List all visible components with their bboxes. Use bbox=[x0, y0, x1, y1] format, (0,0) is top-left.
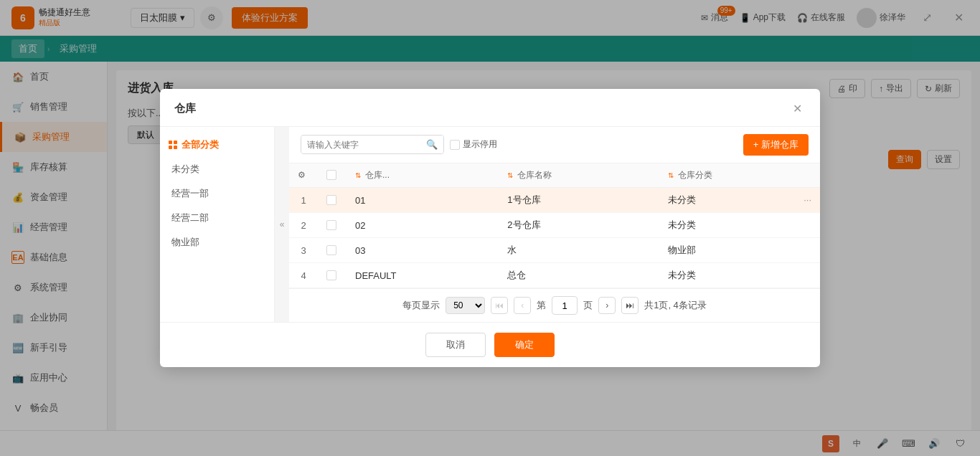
row-name: 2号仓库 bbox=[499, 213, 659, 238]
category-item-dept1[interactable]: 经营一部 bbox=[160, 181, 274, 206]
row-code: 02 bbox=[347, 213, 499, 238]
category-item-property[interactable]: 物业部 bbox=[160, 230, 274, 255]
row-checkbox-cell bbox=[318, 238, 347, 263]
row-category: 未分类 bbox=[659, 263, 820, 288]
row-checkbox[interactable] bbox=[326, 245, 336, 255]
page-number-input[interactable] bbox=[552, 296, 578, 315]
row-name: 总仓 bbox=[499, 263, 659, 288]
confirm-button[interactable]: 确定 bbox=[494, 333, 555, 357]
category-item-dept2[interactable]: 经营二部 bbox=[160, 206, 274, 230]
show-disabled-checkbox[interactable] bbox=[450, 140, 460, 150]
search-input[interactable] bbox=[301, 136, 420, 153]
row-num: 3 bbox=[289, 238, 318, 263]
modal-main: 🔍 显示停用 + 新增仓库 bbox=[289, 127, 820, 323]
total-info: 共1页, 4条记录 bbox=[644, 299, 707, 312]
th-name: ⇅ 仓库名称 bbox=[499, 163, 659, 188]
row-num: 4 bbox=[289, 263, 318, 288]
modal-action-footer: 取消 确定 bbox=[160, 322, 820, 367]
table-row[interactable]: 2 02 2号仓库 未分类 bbox=[289, 213, 820, 238]
row-checkbox-cell bbox=[318, 187, 347, 213]
last-page-button[interactable]: ⏭ bbox=[621, 297, 639, 314]
add-warehouse-button[interactable]: + 新增仓库 bbox=[743, 134, 809, 156]
settings-th-icon: ⚙ bbox=[298, 170, 306, 180]
show-disabled-wrap: 显示停用 bbox=[450, 138, 497, 151]
row-checkbox[interactable] bbox=[326, 195, 336, 205]
table-row[interactable]: 1 01 1号仓库 未分类··· bbox=[289, 187, 820, 213]
row-category: 未分类··· bbox=[659, 188, 820, 213]
row-checkbox-cell bbox=[318, 263, 347, 288]
row-num: 2 bbox=[289, 213, 318, 238]
modal-sidebar: 全部分类 未分类 经营一部 经营二部 物业部 bbox=[160, 127, 275, 323]
row-code: 01 bbox=[347, 187, 499, 213]
next-page-button[interactable]: › bbox=[598, 297, 616, 314]
show-disabled-label: 显示停用 bbox=[463, 138, 497, 151]
search-wrap: 🔍 bbox=[301, 135, 444, 154]
row-checkbox[interactable] bbox=[326, 270, 336, 280]
all-categories-label: 全部分类 bbox=[182, 138, 219, 151]
row-code: DEFAULT bbox=[347, 263, 499, 288]
row-num: 1 bbox=[289, 187, 318, 213]
modal-header: 仓库 ✕ bbox=[160, 89, 820, 127]
th-checkbox bbox=[318, 163, 347, 188]
modal-toolbar-left: 🔍 显示停用 bbox=[301, 135, 497, 154]
per-page-select[interactable]: 50 100 bbox=[446, 297, 485, 314]
row-more-button[interactable]: ··· bbox=[804, 194, 811, 205]
row-checkbox-cell bbox=[318, 213, 347, 238]
all-categories-header[interactable]: 全部分类 bbox=[160, 133, 274, 157]
th-code: ⇅ 仓库... bbox=[347, 163, 499, 188]
row-category: 未分类 bbox=[659, 213, 820, 238]
warehouse-table: ⚙ ⇅ 仓库... bbox=[289, 163, 820, 289]
first-page-button[interactable]: ⏮ bbox=[491, 297, 508, 314]
th-settings: ⚙ bbox=[289, 163, 318, 188]
modal-toolbar: 🔍 显示停用 + 新增仓库 bbox=[289, 127, 820, 163]
th-category: ⇅ 仓库分类 bbox=[659, 163, 820, 188]
row-checkbox[interactable] bbox=[326, 220, 336, 230]
grid-icon bbox=[169, 141, 177, 149]
modal-close-button[interactable]: ✕ bbox=[788, 100, 806, 118]
search-icon[interactable]: 🔍 bbox=[420, 136, 443, 153]
table-row[interactable]: 4 DEFAULT 总仓 未分类 bbox=[289, 263, 820, 288]
table-body: 1 01 1号仓库 未分类··· 2 02 2号仓库 未分类 3 03 水 物业… bbox=[289, 187, 820, 288]
modal-body: 全部分类 未分类 经营一部 经营二部 物业部 « 🔍 bbox=[160, 127, 820, 323]
row-category: 物业部 bbox=[659, 238, 820, 263]
modal-title: 仓库 bbox=[174, 102, 196, 115]
per-page-label: 每页显示 bbox=[402, 299, 440, 312]
table-pagination: 每页显示 50 100 ⏮ ‹ 第 页 › ⏭ 共1页, 4条记录 bbox=[289, 288, 820, 322]
table-row[interactable]: 3 03 水 物业部 bbox=[289, 238, 820, 263]
sidebar-collapse-button[interactable]: « bbox=[275, 127, 289, 323]
modal-table: ⚙ ⇅ 仓库... bbox=[289, 163, 820, 289]
row-name: 1号仓库 bbox=[499, 187, 659, 213]
select-all-checkbox[interactable] bbox=[326, 170, 336, 180]
cancel-button[interactable]: 取消 bbox=[425, 333, 486, 357]
row-code: 03 bbox=[347, 238, 499, 263]
row-name: 水 bbox=[499, 238, 659, 263]
prev-page-button[interactable]: ‹ bbox=[514, 297, 531, 314]
modal-backdrop[interactable]: 仓库 ✕ 全部分类 未分类 经营一部 经营二部 物业部 bbox=[0, 0, 980, 456]
category-item-uncategorized[interactable]: 未分类 bbox=[160, 157, 274, 181]
warehouse-modal: 仓库 ✕ 全部分类 未分类 经营一部 经营二部 物业部 bbox=[160, 89, 820, 368]
